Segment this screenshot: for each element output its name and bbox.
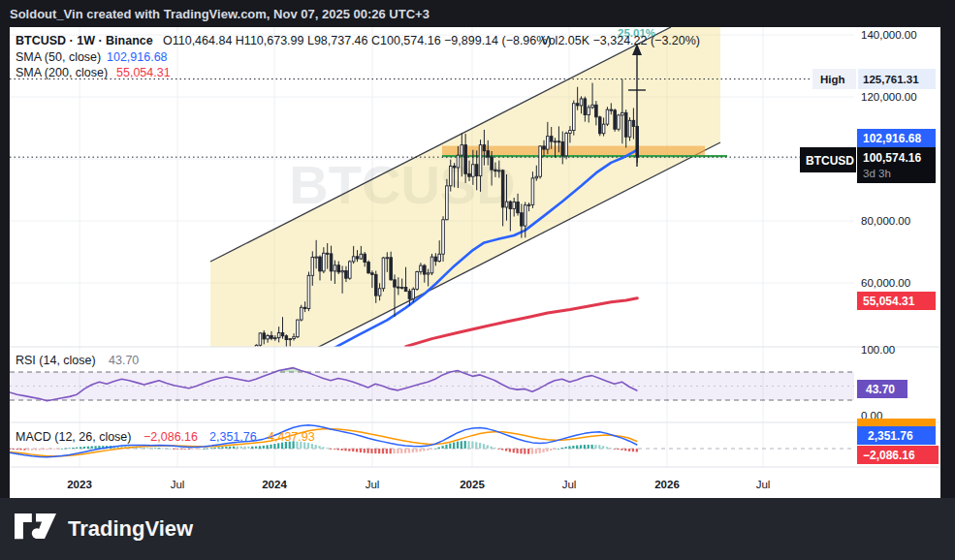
legend-sma200-label[interactable]: SMA (200, close)	[16, 66, 108, 79]
price-scale-label: 100.00	[861, 344, 895, 356]
chart-svg: Soldout_Vin created with TradingView.com…	[0, 0, 955, 560]
legend-ohlc-values: O110,464.84 H110,673.99 L98,737.46 C100,…	[163, 34, 552, 47]
time-axis-year-label: 2026	[654, 479, 680, 490]
legend-main[interactable]: BTCUSD · 1W · Binance O110,464.84 H110,6…	[16, 34, 700, 47]
symbol-price-label: BTCUSD	[806, 154, 854, 168]
last-price-value: 100,574.16	[863, 151, 921, 165]
time-axis-year-label: 2023	[67, 479, 92, 490]
macd-value-badge-text: 2,351.76	[868, 429, 913, 443]
legend-sma200-value: 55,054.31	[116, 66, 171, 79]
legend-symbol[interactable]: BTCUSD · 1W · Binance	[16, 34, 153, 47]
legend-macd-signal-value: 4,437.93	[268, 430, 315, 444]
legend-macd-hist-value: −2,086.16	[143, 430, 198, 444]
high-value: 125,761.31	[863, 74, 919, 85]
legend-macd-value: 2,351.76	[209, 430, 257, 444]
rsi-pane	[10, 368, 854, 401]
price-scale-label: 140,000.00	[861, 29, 917, 41]
legend-rsi-label[interactable]: RSI (14, close)	[16, 354, 96, 367]
high-label: High	[820, 74, 845, 85]
time-axis-year-label: 2024	[262, 479, 287, 490]
attribution-bar: Soldout_Vin created with TradingView.com…	[10, 7, 430, 21]
sma200-price-badge-text: 55,054.31	[863, 295, 915, 308]
rsi-value-badge-text: 43.70	[866, 383, 895, 396]
legend-rsi[interactable]: RSI (14, close) 43.70	[16, 354, 139, 367]
legend-sma50-value: 102,916.68	[107, 50, 168, 64]
legend-rsi-value: 43.70	[109, 354, 139, 367]
price-scale-label: 80,000.00	[861, 215, 910, 227]
legend-macd[interactable]: MACD (12, 26, close) −2,086.16 2,351.76 …	[16, 430, 315, 444]
time-axis-year-label: 2025	[460, 479, 485, 490]
time-axis-month-label: Jul	[366, 479, 380, 490]
footer-logo[interactable]: TradingView	[15, 513, 194, 541]
tradingview-export: Soldout_Vin created with TradingView.com…	[0, 0, 955, 560]
footer-brand: TradingView	[68, 516, 194, 541]
price-scale-label: 60,000.00	[861, 277, 910, 289]
legend-sma200[interactable]: SMA (200, close) 55,054.31	[16, 66, 171, 79]
legend-sma50-label[interactable]: SMA (50, close)	[16, 50, 101, 64]
legend-volume: Vol2.05K −3,324.22 (−3.20%)	[541, 34, 700, 47]
price-scale-label: 120,000.00	[861, 91, 917, 103]
bar-countdown: 3d 3h	[863, 168, 891, 179]
time-axis-month-label: Jul	[171, 479, 185, 490]
macd-hist-badge-text: −2,086.16	[863, 449, 915, 462]
sma50-price-badge-text: 102,916.68	[863, 132, 921, 145]
legend-macd-label[interactable]: MACD (12, 26, close)	[16, 430, 131, 444]
time-axis-month-label: Jul	[756, 479, 771, 490]
time-axis-month-label: Jul	[562, 479, 577, 490]
legend-sma50[interactable]: SMA (50, close) 102,916.68	[16, 50, 168, 64]
